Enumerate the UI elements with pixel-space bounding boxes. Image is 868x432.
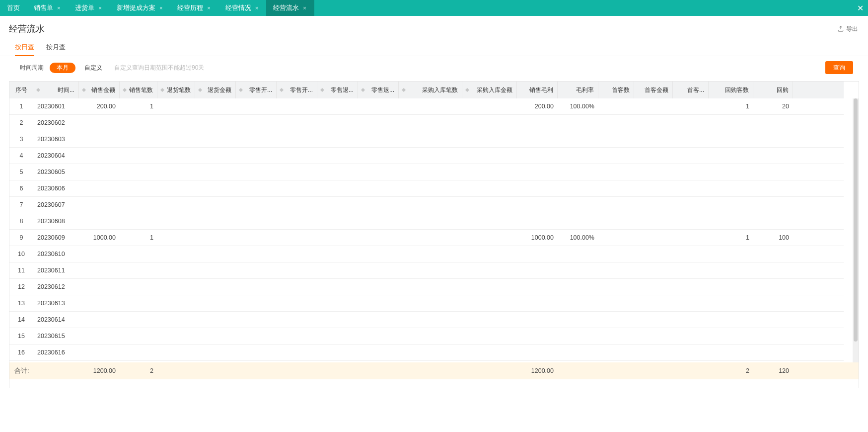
col-ret_cnt[interactable]: 退货笔数 bbox=[157, 82, 195, 98]
tab-6[interactable]: 经营流水× bbox=[266, 0, 314, 16]
table-row[interactable]: 120230601200.001200.00100.00%120 bbox=[9, 98, 844, 115]
cell-ls_open1 bbox=[236, 246, 277, 262]
sort-icon bbox=[123, 87, 127, 93]
tab-close-icon[interactable]: × bbox=[97, 5, 102, 11]
subtab-0[interactable]: 按日查 bbox=[15, 40, 34, 56]
col-sale_amt[interactable]: 销售金额 bbox=[79, 82, 120, 98]
cell-ls_ret1 bbox=[317, 197, 358, 213]
tab-close-icon[interactable]: × bbox=[302, 5, 307, 11]
cell-ls_ret1 bbox=[317, 180, 358, 196]
col-ls_ret1[interactable]: 零售退... bbox=[317, 82, 358, 98]
col-re_x[interactable]: 回购 bbox=[753, 82, 793, 98]
col-first_amt[interactable]: 首客金额 bbox=[634, 82, 673, 98]
tab-0[interactable]: 首页 bbox=[0, 0, 27, 16]
cell-pur_amt bbox=[462, 197, 517, 213]
query-button[interactable]: 查询 bbox=[825, 61, 853, 74]
col-gross_rate[interactable]: 毛利率 bbox=[558, 82, 598, 98]
cell-ls_open2 bbox=[277, 131, 317, 147]
cell-idx: 2 bbox=[9, 115, 33, 131]
tab-label: 新增提成方案 bbox=[117, 3, 155, 12]
subtab-1[interactable]: 按月查 bbox=[46, 40, 66, 56]
tab-1[interactable]: 销售单× bbox=[27, 0, 68, 16]
cell-gross bbox=[517, 197, 558, 213]
col-re_cnt[interactable]: 回购客数 bbox=[709, 82, 753, 98]
filter-custom[interactable]: 自定义 bbox=[81, 63, 105, 73]
table-row[interactable]: 220230602 bbox=[9, 115, 844, 131]
filter-this-month[interactable]: 本月 bbox=[50, 63, 75, 73]
table-row[interactable]: 1020230610 bbox=[9, 246, 844, 262]
close-all-tabs-button[interactable]: ✕ bbox=[852, 0, 868, 16]
tab-close-icon[interactable]: × bbox=[206, 5, 211, 11]
table-row[interactable]: 1620230616 bbox=[9, 345, 844, 361]
table-row[interactable]: 420230604 bbox=[9, 148, 844, 164]
tab-label: 经营流水 bbox=[273, 3, 299, 12]
cell-sale_cnt: 1 bbox=[120, 98, 157, 114]
table-row[interactable]: 1120230611 bbox=[9, 262, 844, 279]
cell-ls_ret2 bbox=[358, 148, 399, 164]
cell-first_amt bbox=[634, 131, 673, 147]
vertical-scrollbar-thumb[interactable] bbox=[854, 98, 858, 342]
table-row[interactable]: 720230607 bbox=[9, 197, 844, 213]
col-ret_amt[interactable]: 退货金额 bbox=[195, 82, 236, 98]
table-row[interactable]: 520230605 bbox=[9, 164, 844, 180]
cell-idx: 11 bbox=[9, 262, 33, 278]
cell-idx: 13 bbox=[9, 295, 33, 311]
table-row[interactable]: 820230608 bbox=[9, 213, 844, 230]
table-row[interactable]: 1220230612 bbox=[9, 279, 844, 295]
tab-close-icon[interactable]: × bbox=[56, 5, 61, 11]
cell-pur_amt bbox=[462, 131, 517, 147]
col-time[interactable]: 时间... bbox=[33, 82, 79, 98]
tab-3[interactable]: 新增提成方案× bbox=[110, 0, 170, 16]
cell-ret_amt bbox=[195, 230, 236, 246]
cell-sale_amt: 1000.00 bbox=[79, 230, 120, 246]
cell-gross_rate bbox=[558, 164, 598, 180]
table-row[interactable]: 9202306091000.0011000.00100.00%1100 bbox=[9, 230, 844, 246]
table-row[interactable]: 1520230615 bbox=[9, 328, 844, 345]
cell-pur_amt bbox=[462, 180, 517, 196]
cell-sale_amt bbox=[79, 345, 120, 360]
col-idx[interactable]: 序号 bbox=[9, 82, 33, 98]
cell-sale_cnt bbox=[120, 345, 157, 360]
table-row[interactable]: 1320230613 bbox=[9, 295, 844, 312]
col-pur_cnt[interactable]: 采购入库笔数 bbox=[399, 82, 462, 98]
cell-pur_amt bbox=[462, 213, 517, 229]
cell-sale_amt bbox=[79, 164, 120, 180]
export-button[interactable]: 导出 bbox=[837, 25, 858, 33]
col-gross[interactable]: 销售毛利 bbox=[517, 82, 558, 98]
cell-ls_ret2 bbox=[358, 279, 399, 295]
col-label: 退货金额 bbox=[208, 86, 231, 94]
col-ls_open2[interactable]: 零售开... bbox=[277, 82, 317, 98]
cell-first_amt bbox=[634, 180, 673, 196]
footer-cell-re_x: 120 bbox=[753, 362, 793, 379]
cell-pur_cnt bbox=[399, 164, 462, 180]
table-row[interactable]: 1420230614 bbox=[9, 312, 844, 328]
footer-cell-ls_open2 bbox=[277, 362, 317, 379]
cell-gross_rate bbox=[558, 279, 598, 295]
table-body[interactable]: 120230601200.001200.00100.00%12022023060… bbox=[9, 98, 844, 371]
vertical-scrollbar[interactable] bbox=[853, 98, 859, 362]
tab-4[interactable]: 经营历程× bbox=[170, 0, 218, 16]
tab-close-icon[interactable]: × bbox=[254, 5, 259, 11]
table-row[interactable]: 620230606 bbox=[9, 180, 844, 197]
footer-cell-ret_amt bbox=[195, 362, 236, 379]
col-sale_cnt[interactable]: 销售笔数 bbox=[120, 82, 157, 98]
cell-idx: 15 bbox=[9, 328, 33, 344]
col-ls_ret2[interactable]: 零售退... bbox=[358, 82, 399, 98]
cell-first_cnt bbox=[598, 295, 634, 311]
tab-close-icon[interactable]: × bbox=[158, 5, 163, 11]
tab-2[interactable]: 进货单× bbox=[68, 0, 109, 16]
table-row[interactable]: 320230603 bbox=[9, 131, 844, 148]
cell-re_cnt bbox=[709, 148, 753, 164]
cell-time: 20230601 bbox=[33, 98, 79, 114]
col-first_x[interactable]: 首客... bbox=[673, 82, 709, 98]
filter-period-label: 时间周期 bbox=[20, 64, 44, 72]
col-ls_open1[interactable]: 零售开... bbox=[236, 82, 277, 98]
cell-re_cnt bbox=[709, 246, 753, 262]
col-first_cnt[interactable]: 首客数 bbox=[598, 82, 634, 98]
cell-pur_amt bbox=[462, 164, 517, 180]
cell-pur_cnt bbox=[399, 98, 462, 114]
table-hscroll[interactable]: 序号时间...销售金额销售笔数退货笔数退货金额零售开...零售开...零售退..… bbox=[9, 82, 859, 388]
tab-5[interactable]: 经营情况× bbox=[218, 0, 266, 16]
col-pur_amt[interactable]: 采购入库金额 bbox=[462, 82, 517, 98]
cell-ls_open1 bbox=[236, 164, 277, 180]
